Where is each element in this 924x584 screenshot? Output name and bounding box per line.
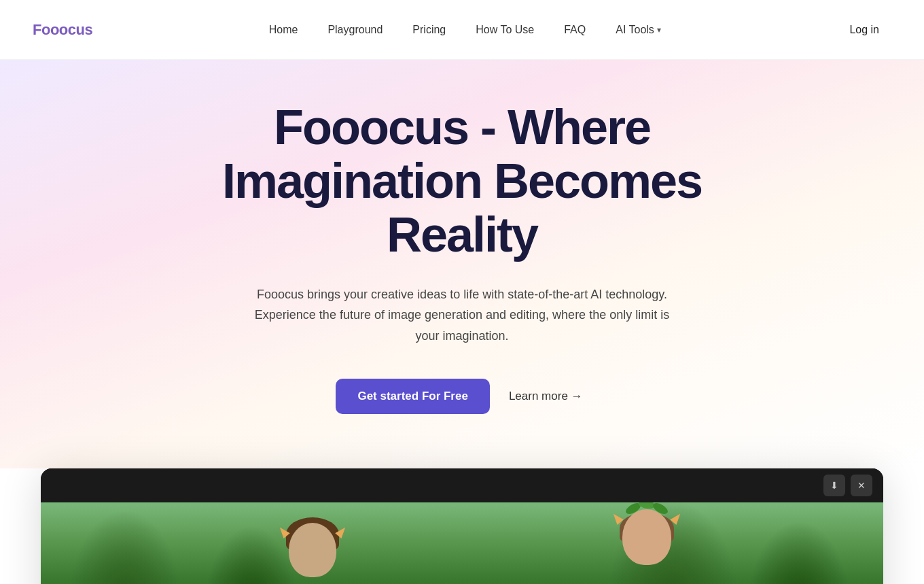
preview-container: ⬇ ✕: [41, 468, 883, 584]
forest-background: [41, 502, 883, 584]
preview-image: [41, 502, 883, 584]
elf-scene: [41, 502, 883, 584]
get-started-button[interactable]: Get started For Free: [336, 379, 490, 414]
hero-buttons: Get started For Free Learn more →: [336, 379, 588, 414]
hero-section: Fooocus - Where Imagination Becomes Real…: [0, 60, 924, 468]
learn-more-button[interactable]: Learn more →: [503, 379, 588, 414]
hero-subtitle: Fooocus brings your creative ideas to li…: [251, 284, 673, 347]
elf-right: [579, 509, 715, 584]
nav-ai-tools[interactable]: AI Tools ▾: [603, 18, 673, 41]
header: Fooocus Home Playground Pricing How To U…: [0, 0, 924, 60]
logo[interactable]: Fooocus: [33, 21, 92, 39]
nav-faq[interactable]: FAQ: [552, 18, 598, 41]
nav-how-to-use[interactable]: How To Use: [463, 18, 546, 41]
preview-toolbar: ⬇ ✕: [41, 468, 883, 502]
hero-title: Fooocus - Where Imagination Becomes Real…: [156, 101, 768, 262]
main-nav: Home Playground Pricing How To Use FAQ A…: [257, 18, 673, 41]
preview-section: ⬇ ✕: [0, 468, 924, 584]
elf-left: [251, 523, 374, 584]
login-link[interactable]: Log in: [837, 18, 891, 41]
elf-right-head: [622, 509, 671, 565]
nav-pricing[interactable]: Pricing: [400, 18, 458, 41]
elf-left-head: [289, 523, 336, 577]
nav-playground[interactable]: Playground: [315, 18, 395, 41]
download-button[interactable]: ⬇: [823, 475, 845, 496]
nav-home[interactable]: Home: [257, 18, 310, 41]
close-button[interactable]: ✕: [851, 475, 872, 496]
chevron-down-icon: ▾: [657, 25, 661, 35]
